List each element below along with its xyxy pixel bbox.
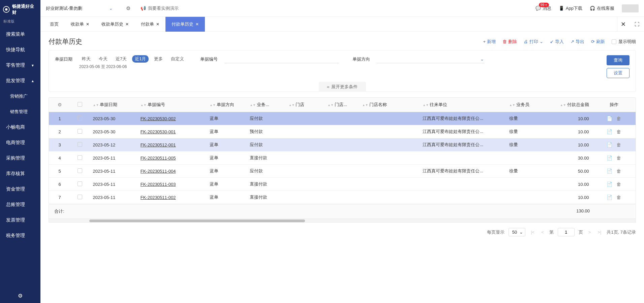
doc-link[interactable]: FK-20230530-002 <box>141 116 176 121</box>
doc-link[interactable]: FK-20230511-002 <box>141 195 176 200</box>
row-checkbox[interactable] <box>78 181 82 186</box>
settings-button[interactable]: 设置 <box>607 68 630 78</box>
doc-link[interactable]: FK-20230530-001 <box>141 129 176 134</box>
sidebar-item-7[interactable]: 电商管理 <box>0 135 40 150</box>
refresh-button[interactable]: ⟳刷新 <box>591 39 605 45</box>
date-chip[interactable]: 自定义 <box>168 55 187 63</box>
date-chip[interactable]: 昨天 <box>79 55 93 63</box>
view-icon[interactable]: 📄 <box>607 195 612 200</box>
tab-4[interactable]: 付款单历史✕ <box>165 17 205 32</box>
sort-icon[interactable]: ▲▼ <box>362 104 368 106</box>
expand-conditions-button[interactable]: ≈ 展开更多条件 <box>319 82 366 92</box>
print-button[interactable]: 🖨打印 ⌄ <box>524 39 543 45</box>
doc-link[interactable]: FK-20230511-005 <box>141 156 176 161</box>
sidebar-item-5[interactable]: 销售管理 <box>0 104 40 120</box>
doc-number-input[interactable] <box>224 55 339 63</box>
sort-icon[interactable]: ▲▼ <box>250 104 256 106</box>
export-button[interactable]: ↗导出 <box>571 39 584 45</box>
sidebar-item-13[interactable]: 税务管理 <box>0 228 40 243</box>
sort-icon[interactable]: ▲▼ <box>93 104 99 106</box>
delete-icon[interactable]: 🗑 <box>616 181 621 187</box>
table-row[interactable]: 2 2023-05-30 FK-20230530-001 蓝单 预付款 江西真可… <box>49 125 636 138</box>
close-all-tabs-icon[interactable]: ✕ <box>617 17 629 32</box>
direction-select[interactable]: ⌄ <box>377 55 485 63</box>
view-icon[interactable]: 📄 <box>607 142 612 147</box>
row-checkbox[interactable] <box>78 142 82 147</box>
delete-icon[interactable]: 🗑 <box>616 195 621 200</box>
delete-icon[interactable]: 🗑 <box>616 116 621 121</box>
import-button[interactable]: ↙导入 <box>550 39 564 45</box>
sort-icon[interactable]: ▲▼ <box>210 104 216 106</box>
close-icon[interactable]: ✕ <box>125 22 129 27</box>
row-checkbox[interactable] <box>78 195 82 199</box>
sort-icon[interactable]: ▲▼ <box>560 104 566 106</box>
customer-service-button[interactable]: 🎧 在线客服 <box>590 5 614 11</box>
gear-icon[interactable]: ⚙ <box>58 102 62 107</box>
sidebar-settings-icon[interactable]: ⚙ <box>0 289 40 303</box>
date-chip[interactable]: 今天 <box>96 55 110 63</box>
table-row[interactable]: 7 2023-05-11 FK-20230511-002 蓝单 直接付款 10.… <box>49 191 636 204</box>
app-download-button[interactable]: 📱 App下载 <box>559 5 582 11</box>
sort-icon[interactable]: ▲▼ <box>423 104 429 106</box>
date-chip[interactable]: 更多 <box>151 55 165 63</box>
date-chip[interactable]: 近7天 <box>113 55 129 63</box>
sidebar-item-3[interactable]: 批发管理▲ <box>0 73 40 89</box>
first-page-icon[interactable]: |< <box>529 230 536 235</box>
view-icon[interactable]: 📄 <box>607 116 612 121</box>
page-input[interactable] <box>558 228 575 236</box>
sidebar-item-2[interactable]: 零售管理▼ <box>0 58 40 73</box>
tab-1[interactable]: 收款单✕ <box>65 17 95 32</box>
prev-page-icon[interactable]: < <box>540 230 545 235</box>
sidebar-item-10[interactable]: 资金管理 <box>0 181 40 197</box>
doc-link[interactable]: FK-20230511-003 <box>141 182 176 187</box>
sort-icon[interactable]: ▲▼ <box>328 104 334 106</box>
row-checkbox[interactable] <box>78 129 82 134</box>
close-icon[interactable]: ✕ <box>156 22 159 27</box>
sidebar-item-6[interactable]: 小畅电商 <box>0 120 40 135</box>
table-row[interactable]: 6 2023-05-11 FK-20230511-003 蓝单 直接付款 10.… <box>49 178 636 191</box>
query-button[interactable]: 查询 <box>607 55 630 65</box>
delete-button[interactable]: 🗑删除 <box>502 39 517 45</box>
table-row[interactable]: 4 2023-05-11 FK-20230511-005 蓝单 直接付款 30.… <box>49 152 636 165</box>
sort-icon[interactable]: ▲▼ <box>289 104 295 106</box>
add-button[interactable]: +新增 <box>483 39 496 45</box>
row-checkbox[interactable] <box>78 168 82 173</box>
table-row[interactable]: 1 2023-05-30 FK-20230530-002 蓝单 应付款 江西真可… <box>49 112 636 125</box>
sidebar-item-8[interactable]: 采购管理 <box>0 150 40 166</box>
row-checkbox[interactable] <box>78 116 82 121</box>
doc-link[interactable]: FK-20230511-004 <box>141 169 176 174</box>
gear-icon[interactable]: ⚙ <box>126 5 130 11</box>
delete-icon[interactable]: 🗑 <box>616 142 621 147</box>
tab-0[interactable]: 首页 <box>44 17 65 32</box>
show-detail-checkbox[interactable]: 显示明细 <box>612 39 636 45</box>
demo-link[interactable]: 📢 我要看实例演示 <box>141 5 179 11</box>
date-chip[interactable]: 近1月 <box>132 55 149 63</box>
fullscreen-icon[interactable]: ⛶ <box>633 22 641 27</box>
org-selector[interactable]: 好业财测试-量勿删 ⌄ <box>46 5 119 11</box>
doc-link[interactable]: FK-20230512-001 <box>141 142 176 147</box>
close-icon[interactable]: ✕ <box>195 22 199 27</box>
messages-button[interactable]: 💬 99 + 消息 <box>535 5 551 11</box>
sidebar-item-12[interactable]: 发票管理 <box>0 212 40 228</box>
per-page-select[interactable]: 50⌄ <box>509 228 525 236</box>
table-row[interactable]: 5 2023-05-11 FK-20230511-004 蓝单 应付款 江西真可… <box>49 165 636 178</box>
view-icon[interactable]: 📄 <box>607 181 612 187</box>
row-checkbox[interactable] <box>78 155 82 160</box>
tab-3[interactable]: 付款单✕ <box>135 17 165 32</box>
sidebar-item-11[interactable]: 总账管理 <box>0 197 40 212</box>
delete-icon[interactable]: 🗑 <box>616 155 621 161</box>
sidebar-item-9[interactable]: 库存核算 <box>0 166 40 181</box>
delete-icon[interactable]: 🗑 <box>616 168 621 174</box>
sidebar-item-4[interactable]: 营销推广 <box>0 89 40 104</box>
table-row[interactable]: 3 2023-05-12 FK-20230512-001 蓝单 应付款 江西真可… <box>49 138 636 152</box>
next-page-icon[interactable]: > <box>587 230 592 235</box>
sidebar-item-0[interactable]: 搜索菜单 <box>0 27 40 42</box>
sidebar-item-1[interactable]: 快捷导航 <box>0 42 40 58</box>
delete-icon[interactable]: 🗑 <box>616 129 621 134</box>
sort-icon[interactable]: ▲▼ <box>141 104 147 106</box>
view-icon[interactable]: 📄 <box>607 168 612 174</box>
view-icon[interactable]: 📄 <box>607 129 612 134</box>
horizontal-scrollbar[interactable] <box>49 218 636 223</box>
sort-icon[interactable]: ▲▼ <box>509 104 515 106</box>
select-all-checkbox[interactable] <box>78 102 82 107</box>
